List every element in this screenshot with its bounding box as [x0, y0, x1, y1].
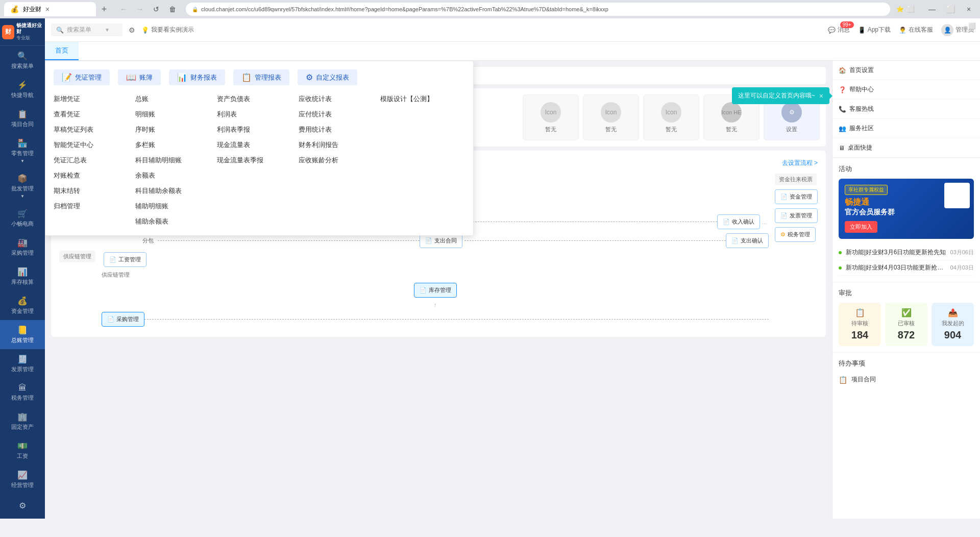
sidebar-settings-button[interactable]: ⚙ [17, 497, 28, 515]
hotline-button[interactable]: 📞 客服热线 [832, 100, 980, 119]
refresh-button[interactable]: ↺ [149, 2, 163, 16]
sidebar-item-tax[interactable]: 🏛 税务管理 [0, 378, 45, 407]
sidebar-item-search[interactable]: 🔍 搜索菜单 [0, 46, 45, 75]
inventory-node[interactable]: 📄 库存管理 [414, 283, 457, 298]
sidebar-item-inventory[interactable]: 📊 库存核算 [0, 262, 45, 291]
forward-button[interactable]: → [133, 2, 147, 16]
menu-item-subject-balance[interactable]: 科目辅助余额表 [135, 185, 197, 197]
sidebar-item-fund[interactable]: 💰 资金管理 [0, 291, 45, 320]
menu-item-sequence-ledger[interactable]: 序时账 [135, 124, 197, 135]
news-item-2[interactable]: 新功能|好业财4月03日功能更新抢先知 04月03日 [839, 260, 974, 276]
menu-item-receivable[interactable]: 应收统计表 [299, 93, 360, 105]
online-service-button[interactable]: 👨‍💼 在线客服 [899, 26, 933, 34]
browser-tab[interactable]: 💰 好业财 × [4, 2, 96, 16]
menu-item-income-quarterly[interactable]: 利润表季报 [217, 124, 278, 135]
expense-confirm-node[interactable]: 📄 支出确认 [726, 233, 769, 248]
todo-item-project[interactable]: 📋 项目合同 [839, 373, 974, 386]
category-voucher[interactable]: 📝 凭证管理 [54, 69, 110, 85]
tab-home[interactable]: 首页 [45, 42, 79, 60]
category-custom-report[interactable]: ⚙ 自定义报表 [298, 69, 357, 85]
category-mgmt-report[interactable]: 📋 管理报表 [233, 69, 289, 85]
delete-button[interactable]: 🗑 [165, 2, 180, 16]
menu-item-view-voucher[interactable]: 查看凭证 [54, 109, 115, 120]
message-button[interactable]: 💬 消息 99+ [828, 26, 850, 34]
sidebar-item-ecommerce[interactable]: 🛒 小畅电商 [0, 204, 45, 233]
back-button[interactable]: ← [116, 2, 131, 16]
payroll-node[interactable]: 📄 工资管理 [104, 252, 146, 267]
menu-item-draft-voucher[interactable]: 草稿凭证列表 [54, 124, 115, 135]
menu-item-cashflow[interactable]: 现金流量表 [217, 139, 278, 151]
tax-node[interactable]: ⚙ 税务管理 [775, 227, 816, 242]
menu-item-voucher-summary[interactable]: 凭证汇总表 [54, 155, 115, 166]
homepage-settings-label: 首页设置 [849, 66, 874, 75]
income-confirm-node[interactable]: 📄 收入确认 [717, 214, 760, 229]
activity-banner[interactable]: 享社群专属权益 畅捷通 官方会员服务群 立即加入 [839, 179, 974, 239]
sidebar-item-project-contract[interactable]: 📋 项目合同 [0, 104, 45, 133]
icon-placeholder-3: Icon [661, 102, 681, 123]
menu-item-income-stmt[interactable]: 利润表 [217, 109, 278, 120]
purchase-node[interactable]: 📄 采购管理 [102, 312, 144, 327]
menu-item-add-voucher[interactable]: 新增凭证 [54, 93, 115, 105]
tab-close-icon[interactable]: × [45, 5, 50, 13]
menu-item-profit-report[interactable]: 财务利润报告 [299, 139, 360, 151]
sent-approval-card[interactable]: 📤 我发起的 904 [932, 303, 974, 346]
sidebar-item-general-ledger[interactable]: 📒 总账管理 [0, 320, 45, 349]
demo-button[interactable]: 💡 我要看实例演示 [141, 26, 194, 34]
bookmark-icon[interactable]: ⭐ [896, 6, 904, 13]
menu-item-aging-analysis[interactable]: 应收账龄分析 [299, 155, 360, 166]
community-button[interactable]: 👥 服务社区 [832, 119, 980, 138]
help-center-button[interactable]: ❓ 帮助中心 [832, 80, 980, 100]
homepage-settings-button[interactable]: 🏠 首页设置 [832, 61, 980, 80]
menu-item-payable[interactable]: 应付统计表 [299, 109, 360, 120]
new-tab-button[interactable]: + [98, 3, 110, 15]
menu-item-reconcile[interactable]: 对账检查 [54, 170, 115, 181]
header-search[interactable]: 🔍 搜索菜单 ▼ [51, 23, 122, 36]
menu-item-multi-column[interactable]: 多栏账 [135, 139, 197, 151]
pending-approval-card[interactable]: 📋 待审核 184 [839, 303, 881, 346]
menu-item-balance-table[interactable]: 余额表 [135, 170, 197, 181]
menu-item-balance-sheet[interactable]: 资产负债表 [217, 93, 278, 105]
category-financial-report[interactable]: 📊 财务报表 [169, 69, 225, 85]
menu-item-aux-balance[interactable]: 辅助余额表 [135, 216, 197, 227]
icon-box-2[interactable]: Icon 暂无 [583, 94, 639, 140]
extension-icon[interactable]: ⬜ [907, 6, 915, 13]
menu-item-template-design[interactable]: 模版设计【公测】 [380, 93, 442, 105]
restore-btn[interactable]: ⬜ [943, 2, 958, 16]
sidebar-item-fixed-assets[interactable]: 🏢 固定资产 [0, 407, 45, 436]
menu-item-aux-detail[interactable]: 辅助明细账 [135, 201, 197, 212]
expand-icon[interactable]: ⬜ [968, 22, 976, 30]
sidebar-item-operations[interactable]: 📈 经营管理 [0, 465, 45, 493]
fund-node[interactable]: 📄 资金管理 [775, 189, 818, 204]
invoice-node[interactable]: 📄 发票管理 [775, 208, 818, 223]
menu-item-subject-detail[interactable]: 科目辅助明细账 [135, 155, 197, 166]
menu-item-general-ledger[interactable]: 总账 [135, 93, 197, 105]
menu-item-smart-voucher[interactable]: 智能凭证中心 [54, 139, 115, 151]
setup-flow-link[interactable]: 去设置流程 > [782, 159, 818, 167]
approval-cards: 📋 待审核 184 ✅ 已审核 872 📤 我发起的 904 [839, 303, 974, 346]
menu-item-period-transfer[interactable]: 期末结转 [54, 185, 115, 197]
news-item-1[interactable]: 新功能|好业财3月6日功能更新抢先知 03月06日 [839, 245, 974, 260]
settings-gear-button[interactable]: ⚙ [129, 26, 135, 34]
desktop-shortcut-button[interactable]: 🖥 桌面快捷 [832, 138, 980, 158]
sidebar-item-payroll[interactable]: 💵 工资 [0, 436, 45, 465]
icon-box-1[interactable]: Icon 暂无 [523, 94, 579, 140]
done-approval-card[interactable]: ✅ 已审核 872 [885, 303, 927, 346]
menu-item-detailed-ledger[interactable]: 明细账 [135, 109, 197, 120]
icon-placeholder-1: Icon [541, 102, 561, 123]
menu-item-expense-stats[interactable]: 费用统计表 [299, 124, 360, 135]
menu-item-cashflow-quarterly[interactable]: 现金流量表季报 [217, 155, 278, 166]
address-bar[interactable]: 🔒 cloud.chanjet.com/cc/u6d89qwnryel/57bf… [186, 3, 890, 16]
close-window-btn[interactable]: × [962, 2, 976, 16]
sidebar-item-invoice[interactable]: 🧾 发票管理 [0, 349, 45, 378]
menu-item-archive[interactable]: 归档管理 [54, 201, 115, 212]
icon-box-3[interactable]: Icon 暂无 [643, 94, 699, 140]
sidebar-item-quick-nav[interactable]: ⚡ 快捷导航 [0, 75, 45, 104]
minimize-btn[interactable]: — [925, 2, 939, 16]
app-download-button[interactable]: 📱 App下载 [858, 26, 891, 34]
banner-join-button[interactable]: 立即加入 [845, 221, 877, 233]
sidebar-item-retail[interactable]: 🏪 零售管理 ▼ [0, 133, 45, 168]
sidebar-item-wholesale[interactable]: 📦 批发管理 ▼ [0, 168, 45, 204]
tooltip-close-icon[interactable]: × [819, 92, 823, 100]
sidebar-item-purchase[interactable]: 🏭 采购管理 [0, 233, 45, 262]
category-ledger[interactable]: 📖 账簿 [118, 69, 161, 85]
